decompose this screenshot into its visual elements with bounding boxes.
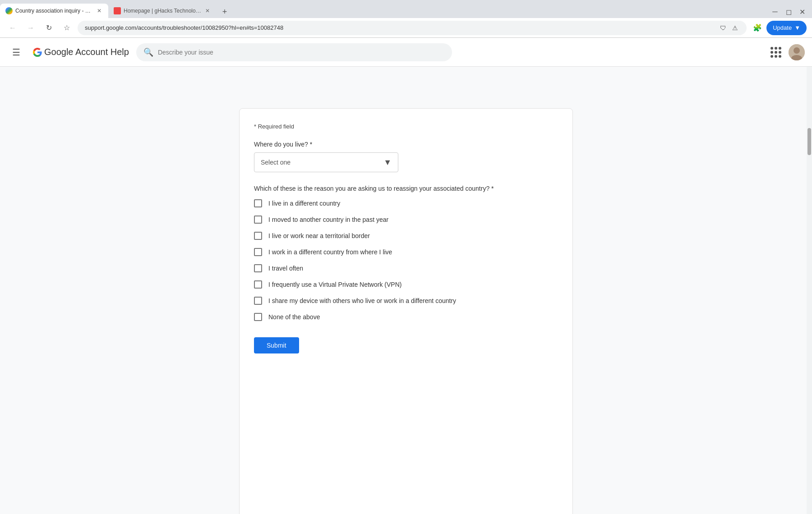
scrollbar[interactable] <box>807 38 812 514</box>
reassign-section: Which of these is the reason you are ask… <box>254 185 558 321</box>
checkbox-item-5[interactable]: I travel often <box>254 264 558 272</box>
google-apps-button[interactable] <box>767 43 785 61</box>
dropdown-arrow-icon: ▼ <box>383 158 392 167</box>
checkbox-item-4[interactable]: I work in a different country from where… <box>254 248 558 256</box>
reassign-required-star: * <box>491 185 494 192</box>
country-question-text: Where do you live? <box>254 141 308 148</box>
dropdown-selected: Select one <box>261 159 291 166</box>
new-tab-button[interactable]: + <box>218 5 231 18</box>
checkbox-label-3: I live or work near a territorial border <box>268 232 370 239</box>
checkbox-label-4: I work in a different country from where… <box>268 248 392 256</box>
checkbox-6[interactable] <box>254 280 262 289</box>
forward-button[interactable]: → <box>23 21 38 35</box>
url-bar[interactable]: support.google.com/accounts/troubleshoot… <box>78 21 747 35</box>
avatar-image <box>789 44 805 60</box>
update-button[interactable]: Update ▼ <box>766 21 807 35</box>
submit-button[interactable]: Submit <box>254 337 299 353</box>
extensions-button[interactable]: 🧩 <box>750 21 765 35</box>
scrollbar-thumb[interactable] <box>807 128 811 155</box>
address-bar: ← → ↻ ☆ support.google.com/accounts/trou… <box>0 18 812 38</box>
url-text: support.google.com/accounts/troubleshoot… <box>85 24 715 31</box>
checkbox-2[interactable] <box>254 216 262 224</box>
checkbox-label-1: I live in a different country <box>268 200 340 207</box>
google-g-icon <box>32 47 42 57</box>
reassign-label: Which of these is the reason you are ask… <box>254 185 558 192</box>
checkbox-list: I live in a different country I moved to… <box>254 199 558 321</box>
checkbox-label-2: I moved to another country in the past y… <box>268 216 388 223</box>
country-label: Where do you live? * <box>254 141 558 148</box>
country-section: Where do you live? * Select one ▼ <box>254 141 558 172</box>
country-required-star: * <box>310 141 312 148</box>
search-icon: 🔍 <box>143 47 153 57</box>
reload-button[interactable]: ↻ <box>42 21 56 35</box>
country-dropdown[interactable]: Select one ▼ <box>254 152 398 172</box>
tab-bar: Country association inquiry - Goo... ✕ H… <box>0 0 812 18</box>
shield-icon: 🛡 <box>719 23 728 32</box>
checkbox-label-6: I frequently use a Virtual Private Netwo… <box>268 281 401 288</box>
checkbox-5[interactable] <box>254 264 262 272</box>
page-area: ☰ Google Account Help 🔍 <box>0 38 812 514</box>
checkbox-item-6[interactable]: I frequently use a Virtual Private Netwo… <box>254 280 558 289</box>
tab-title-active: Country association inquiry - Goo... <box>15 8 93 14</box>
minimize-button[interactable]: ─ <box>769 5 781 18</box>
brand-title: Google Account Help <box>44 47 129 57</box>
back-button[interactable]: ← <box>5 21 20 35</box>
checkbox-item-3[interactable]: I live or work near a territorial border <box>254 232 558 240</box>
update-label: Update <box>773 24 792 31</box>
search-box[interactable]: 🔍 <box>136 43 452 61</box>
header-right <box>767 43 805 61</box>
tab-close-inactive[interactable]: ✕ <box>204 7 211 14</box>
reassign-question-text: Which of these is the reason you are ask… <box>254 185 489 192</box>
google-header: ☰ Google Account Help 🔍 <box>0 38 812 67</box>
tab-favicon-google <box>5 7 13 14</box>
checkbox-item-1[interactable]: I live in a different country <box>254 199 558 207</box>
checkbox-8[interactable] <box>254 313 262 321</box>
checkbox-7[interactable] <box>254 297 262 305</box>
grid-dots-icon <box>770 47 781 58</box>
checkbox-label-8: None of the above <box>268 313 320 321</box>
maximize-button[interactable]: ◻ <box>782 5 795 18</box>
checkbox-label-5: I travel often <box>268 265 303 272</box>
close-button[interactable]: ✕ <box>796 5 808 18</box>
tab-inactive[interactable]: Homepage | gHacks Technology News ✕ <box>108 4 217 18</box>
browser-chrome: Country association inquiry - Goo... ✕ H… <box>0 0 812 38</box>
tab-active[interactable]: Country association inquiry - Goo... ✕ <box>0 4 108 18</box>
google-logo: Google Account Help <box>32 47 129 57</box>
checkbox-item-8[interactable]: None of the above <box>254 313 558 321</box>
checkbox-item-7[interactable]: I share my device with others who live o… <box>254 297 558 305</box>
form-card: * Required field Where do you live? * Se… <box>239 108 573 514</box>
checkbox-label-7: I share my device with others who live o… <box>268 297 456 304</box>
tab-title-inactive: Homepage | gHacks Technology News <box>124 8 201 14</box>
tab-favicon-ghacks <box>114 7 121 14</box>
main-content: * Required field Where do you live? * Se… <box>0 96 812 514</box>
checkbox-1[interactable] <box>254 199 262 207</box>
warning-icon: ⚠ <box>730 23 739 32</box>
svg-point-1 <box>794 47 800 54</box>
checkbox-4[interactable] <box>254 248 262 256</box>
required-note: * Required field <box>254 123 558 130</box>
search-input[interactable] <box>158 49 445 56</box>
toolbar-right: 🧩 Update ▼ <box>750 21 807 35</box>
checkbox-item-2[interactable]: I moved to another country in the past y… <box>254 216 558 224</box>
user-avatar[interactable] <box>789 44 805 60</box>
hamburger-menu[interactable]: ☰ <box>7 43 25 61</box>
checkbox-3[interactable] <box>254 232 262 240</box>
window-controls: ─ ◻ ✕ <box>765 5 812 18</box>
update-chevron-icon: ▼ <box>794 24 800 31</box>
tab-close-active[interactable]: ✕ <box>96 7 103 14</box>
url-icons: 🛡 ⚠ <box>719 23 739 32</box>
submit-area: Submit <box>254 337 558 353</box>
bookmark-button[interactable]: ☆ <box>60 21 74 35</box>
